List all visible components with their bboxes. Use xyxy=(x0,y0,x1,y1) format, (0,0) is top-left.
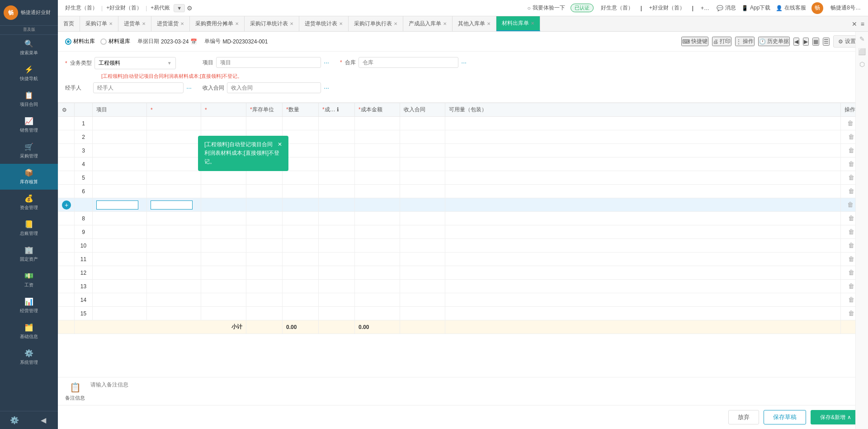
tab-purchase-fee[interactable]: 采购费用分摊单 ✕ xyxy=(190,16,245,31)
calendar-icon[interactable]: 📅 xyxy=(190,38,197,45)
user-name[interactable]: 畅捷通8号… xyxy=(829,4,863,12)
radio-material-out[interactable]: 材料出库 xyxy=(65,38,95,45)
delete-row-button[interactable]: 🗑 xyxy=(847,173,855,182)
tab-close-icon[interactable]: ✕ xyxy=(443,21,447,26)
tab-close-icon[interactable]: ✕ xyxy=(180,21,184,26)
delete-row-button[interactable]: 🗑 xyxy=(847,241,855,250)
tab-menu[interactable]: ≡ xyxy=(861,20,864,28)
tab-close-icon[interactable]: ✕ xyxy=(290,21,293,26)
tab-close-icon[interactable]: ✕ xyxy=(109,21,113,26)
sidebar-item-inventory[interactable]: 📦 库存核算 xyxy=(0,164,58,190)
save-draft-button[interactable]: 保存草稿 xyxy=(764,410,806,424)
topbar-nav-item-3[interactable]: +易代账 xyxy=(149,4,172,12)
delete-row-button[interactable]: 🗑 xyxy=(847,227,855,236)
topbar-nav-item-2[interactable]: +好业财（首） xyxy=(104,4,144,12)
handler-input[interactable] xyxy=(93,82,184,93)
tab-close-all[interactable]: ✕ xyxy=(852,20,857,28)
discard-button[interactable]: 放弃 xyxy=(728,410,759,424)
list-view-button[interactable]: ☰ xyxy=(823,38,830,46)
delete-row-button[interactable]: 🗑 xyxy=(847,295,855,304)
sidebar-item-project[interactable]: 📋 项目合同 xyxy=(0,86,58,112)
tab-goods-in[interactable]: 进货单 ✕ xyxy=(118,16,151,31)
delete-row-button[interactable]: 🗑 xyxy=(846,200,854,209)
delete-row-button[interactable]: 🗑 xyxy=(847,159,855,168)
tab-material-out[interactable]: 材料出库单 ✕ xyxy=(496,16,540,31)
topbar-nav2-2[interactable]: +好业财（首） xyxy=(647,4,687,12)
sidebar-item-ops[interactable]: 📊 经营管理 xyxy=(0,293,58,319)
tab-goods-stat[interactable]: 进货单统计表 ✕ xyxy=(299,16,349,31)
tab-purchase-stat[interactable]: 采购订单统计表 ✕ xyxy=(245,16,299,31)
sidebar-item-sales[interactable]: 📈 销售管理 xyxy=(0,112,58,138)
handler-dots-icon[interactable]: ··· xyxy=(186,84,192,91)
sidebar-item-accounting[interactable]: 📒 总账管理 xyxy=(0,215,58,241)
prev-button[interactable]: ◀ xyxy=(793,38,799,46)
topbar-gear-icon[interactable]: ⚙ xyxy=(187,5,193,12)
topbar-service[interactable]: 👤 在线客服 xyxy=(776,4,806,12)
operation-button[interactable]: ⋮ 操作 xyxy=(735,37,755,46)
topbar-msg[interactable]: 💬 消息 xyxy=(717,4,736,12)
delete-row-button[interactable]: 🗑 xyxy=(847,132,855,141)
right-panel-icon-3[interactable]: ⬡ xyxy=(859,61,865,68)
print-button[interactable]: 🖨 打印 xyxy=(712,37,731,46)
sidebar-item-finance[interactable]: 💰 资金管理 xyxy=(0,190,58,215)
tab-product-in[interactable]: 产成品入库单 ✕ xyxy=(403,16,453,31)
tooltip-close-icon[interactable]: ✕ xyxy=(278,140,282,149)
grid-view-button[interactable]: ▦ xyxy=(812,38,819,46)
delete-row-button[interactable]: 🗑 xyxy=(847,214,855,223)
tab-other-in[interactable]: 其他入库单 ✕ xyxy=(453,16,496,31)
history-button[interactable]: 🕐 历史单据 xyxy=(758,37,790,46)
row-input[interactable] xyxy=(151,200,193,210)
tab-close-icon[interactable]: ✕ xyxy=(394,21,397,26)
next-button[interactable]: ▶ xyxy=(803,38,809,46)
col-header-gear[interactable]: ⚙ xyxy=(58,103,75,117)
row-input[interactable] xyxy=(96,200,138,210)
tab-goods-return[interactable]: 进货退货 ✕ xyxy=(151,16,190,31)
sidebar-item-payroll[interactable]: 💵 工资 xyxy=(0,267,58,293)
delete-row-button[interactable]: 🗑 xyxy=(847,146,855,155)
sidebar-item-basic-info[interactable]: 🗂️ 基础信息 xyxy=(0,319,58,344)
tab-close-icon[interactable]: ✕ xyxy=(142,21,146,26)
right-panel-icon-2[interactable]: ⬜ xyxy=(858,48,866,55)
radio-material-return[interactable]: 材料退库 xyxy=(100,38,130,45)
tab-purchase-order[interactable]: 采购订单 ✕ xyxy=(80,16,118,31)
sidebar-item-fixed-assets[interactable]: 🏢 固定资产 xyxy=(0,241,58,267)
dropdown-arrow-icon: ▼ xyxy=(167,61,172,66)
delete-row-button[interactable]: 🗑 xyxy=(846,119,854,128)
topbar-nav2-1[interactable]: 好生意（首） xyxy=(599,4,635,12)
save-new-button[interactable]: 保存&新增 ∧ xyxy=(811,410,861,424)
biz-type-select[interactable]: 工程领料 ▼ xyxy=(94,57,176,69)
right-panel-icon-1[interactable]: ✎ xyxy=(859,35,865,43)
sidebar-item-search[interactable]: 🔍 搜索菜单 xyxy=(0,35,58,61)
topbar-nav2-more[interactable]: +… xyxy=(699,5,711,11)
tab-close-icon[interactable]: ✕ xyxy=(531,21,534,26)
topbar-app-download[interactable]: 📱 App下载 xyxy=(741,4,770,12)
add-row-button[interactable]: + xyxy=(62,200,71,210)
notes-input[interactable] xyxy=(90,381,861,399)
tab-close-icon[interactable]: ✕ xyxy=(235,21,239,26)
warehouse-input[interactable] xyxy=(359,57,459,68)
income-contract-input[interactable] xyxy=(227,82,321,93)
collapse-button[interactable]: ◀ xyxy=(29,411,58,429)
tab-close-icon[interactable]: ✕ xyxy=(487,21,491,26)
delete-row-button[interactable]: 🗑 xyxy=(847,309,855,318)
user-avatar[interactable]: 畅 xyxy=(811,2,823,14)
project-input[interactable] xyxy=(216,57,321,68)
tab-close-icon[interactable]: ✕ xyxy=(339,21,343,26)
delete-row-button[interactable]: 🗑 xyxy=(847,186,855,195)
income-contract-dots-icon[interactable]: ··· xyxy=(324,84,329,91)
topbar-nav-item-1[interactable]: 好生意（首） xyxy=(63,4,99,12)
project-dots-icon[interactable]: ··· xyxy=(324,59,329,66)
topbar-experience[interactable]: ○ 我要体验一下 xyxy=(527,4,565,12)
delete-row-button[interactable]: 🗑 xyxy=(847,268,855,277)
sidebar-item-quick-nav[interactable]: ⚡ 快捷导航 xyxy=(0,61,58,86)
settings-button[interactable]: ⚙️ xyxy=(0,411,29,429)
shortcut-button[interactable]: ⌨ 快捷键 xyxy=(681,37,708,46)
sidebar-item-sys[interactable]: ⚙️ 系统管理 xyxy=(0,344,58,370)
sidebar-item-purchase[interactable]: 🛒 采购管理 xyxy=(0,138,58,164)
warehouse-dots-icon[interactable]: ··· xyxy=(461,59,467,66)
delete-row-button[interactable]: 🗑 xyxy=(847,254,855,263)
topbar-nav-more[interactable]: ▼ xyxy=(174,4,185,12)
tab-purchase-exec[interactable]: 采购订单执行表 ✕ xyxy=(349,16,403,31)
delete-row-button[interactable]: 🗑 xyxy=(847,281,855,291)
tab-home[interactable]: 首页 xyxy=(58,16,80,31)
